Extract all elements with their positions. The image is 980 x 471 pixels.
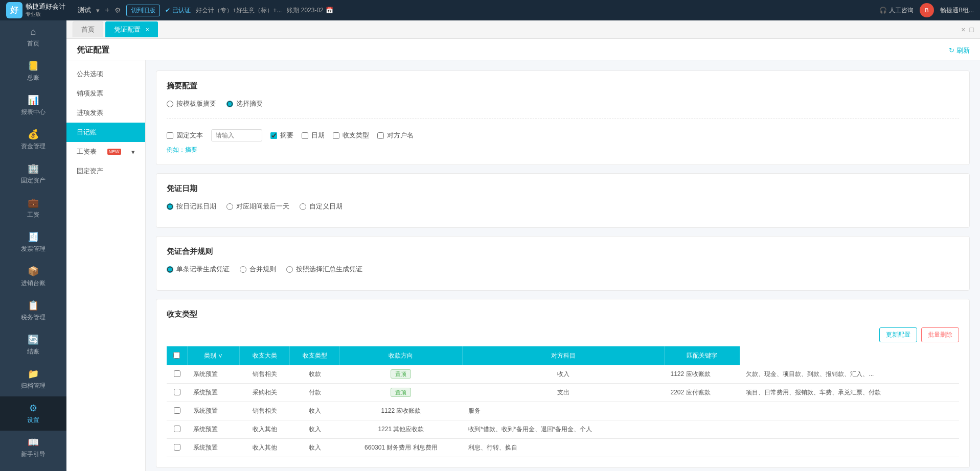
tab-actions: × □: [961, 26, 974, 34]
keywords-3: [665, 402, 740, 420]
user-name[interactable]: 畅捷通B组...: [940, 6, 974, 15]
sidebar-item-salary[interactable]: 💼 工资: [0, 191, 66, 225]
table-row: 系统预置 销售相关 收入 1122 应收账款 服务: [167, 402, 959, 420]
sidebar-item-settle[interactable]: 🔄 结账: [0, 328, 66, 362]
col-big-type: 收支大类: [240, 346, 290, 365]
income-type-title: 收支类型: [167, 310, 959, 319]
sidebar-item-archive[interactable]: 📁 归档管理: [0, 362, 66, 396]
sidebar-item-assets[interactable]: 🏢 固定资产: [0, 157, 66, 191]
sidebar-item-reports[interactable]: 📊 报表中心: [0, 88, 66, 123]
income-type-5: 收入: [290, 439, 340, 457]
menu-item-payroll[interactable]: 工资表 NEW ▾: [66, 142, 145, 161]
radio-summary-generate[interactable]: 按照选择汇总生成凭证: [286, 265, 362, 274]
example-text: 例如：摘要: [167, 146, 959, 154]
big-type-5: 收入其他: [240, 439, 290, 457]
voucher-date-radio-group: 按日记账日期 对应期间最后一天 自定义日期: [167, 202, 959, 211]
income-type-1: 收款: [290, 365, 340, 384]
menu-item-sales-invoice[interactable]: 销项发票: [66, 84, 145, 103]
income-type-section: 收支类型 更新配置 批量删除 类别: [156, 299, 970, 468]
row-checkbox-1[interactable]: [174, 370, 180, 377]
col-income-type: 收支类型: [290, 346, 340, 365]
radio-single-record[interactable]: 单条记录生成凭证: [167, 265, 230, 274]
sidebar-item-member[interactable]: 👑 畅会员: [0, 465, 66, 471]
update-config-button[interactable]: 更新配置: [879, 327, 917, 342]
refresh-button[interactable]: ↻ 刷新: [949, 46, 970, 55]
category-1: 系统预置: [187, 365, 240, 384]
row-checkbox-2[interactable]: [174, 389, 180, 395]
tax-icon: 📋: [28, 300, 39, 311]
sidebar-item-invoice[interactable]: 🧾 发票管理: [0, 225, 66, 260]
top-badge-2[interactable]: 置顶: [391, 388, 411, 397]
tab-bar: 首页 凭证配置 × × □: [66, 20, 980, 39]
tab-maximize-icon[interactable]: □: [970, 26, 974, 34]
table-row: 系统预置 收入其他 收入 1221 其他应收款 收到*借款、收到*备用金、退回*…: [167, 420, 959, 439]
voucher-date-title: 凭证日期: [167, 184, 959, 194]
category-2: 系统预置: [187, 384, 240, 402]
fixed-text-input[interactable]: [211, 129, 262, 142]
category-3: 系统预置: [187, 402, 240, 420]
radio-merge-rule[interactable]: 合并规则: [240, 265, 276, 274]
checkbox-fixed-text[interactable]: 固定文本: [167, 131, 203, 140]
summary-section-title: 摘要配置: [167, 81, 959, 91]
archive-icon: 📁: [28, 368, 39, 380]
sidebar-item-guide[interactable]: 📖 新手引导: [0, 431, 66, 465]
radio-custom-date[interactable]: 自定义日期: [300, 202, 343, 211]
sidebar-item-purchase[interactable]: 📦 进销台账: [0, 260, 66, 294]
row-checkbox-3[interactable]: [174, 407, 180, 414]
content-area: 首页 凭证配置 × × □ 凭证配置 ↻ 刷新 公共选项: [66, 20, 980, 471]
switch-version-button[interactable]: 切到旧版: [126, 5, 160, 16]
big-type-2: 采购相关: [240, 384, 290, 402]
sidebar-item-ledger[interactable]: 📒 总账: [0, 54, 66, 88]
service-button[interactable]: 🎧 人工咨询: [879, 6, 914, 15]
calendar-icon[interactable]: 📅: [326, 7, 333, 14]
funds-icon: 💰: [28, 129, 39, 140]
menu-item-purchase-invoice[interactable]: 进项发票: [66, 103, 145, 123]
checkbox-date[interactable]: 日期: [302, 131, 325, 140]
select-all-checkbox[interactable]: [173, 352, 180, 359]
logo: 好 畅捷通好会计 专业版: [6, 2, 73, 18]
company-name: 测试: [78, 6, 91, 15]
radio-select-summary[interactable]: 选择摘要: [226, 99, 263, 108]
sidebar-item-home[interactable]: ⌂ 首页: [0, 20, 66, 54]
avatar: B: [920, 3, 934, 17]
new-badge: NEW: [107, 149, 121, 155]
menu-item-public[interactable]: 公共选项: [66, 64, 145, 84]
sidebar: ⌂ 首页 📒 总账 📊 报表中心 💰 资金管理 🏢 固定资产 💼 工资 🧾 发票…: [0, 20, 66, 471]
direction-2: 支出: [462, 384, 664, 402]
sidebar-item-settings[interactable]: ⚙ 设置: [0, 396, 66, 431]
top-badge-1[interactable]: 置顶: [391, 369, 411, 379]
settings-gear-icon[interactable]: ⚙: [115, 6, 121, 14]
checkbox-summary[interactable]: 摘要: [270, 131, 293, 140]
merge-rule-section: 凭证合并规则 单条记录生成凭证 合并规则 按照选择汇总生成凭证: [156, 236, 970, 291]
radio-period-last-day[interactable]: 对应期间最后一天: [226, 202, 289, 211]
income-type-3: 收入: [290, 402, 340, 420]
category-4: 系统预置: [187, 420, 240, 439]
menu-item-journal[interactable]: 日记账: [66, 123, 145, 142]
cert-badge: ✔ 已认证: [165, 6, 191, 15]
account-3: 服务: [462, 402, 664, 420]
sidebar-item-tax[interactable]: 📋 税务管理: [0, 294, 66, 328]
radio-template-summary[interactable]: 按模板版摘要: [167, 99, 216, 108]
right-panel: 摘要配置 按模板版摘要 选择摘要: [146, 60, 980, 471]
row-checkbox-4[interactable]: [174, 426, 180, 432]
col-direction: 收款方向: [340, 346, 462, 365]
add-icon[interactable]: +: [105, 6, 109, 15]
tab-close-window-icon[interactable]: ×: [961, 26, 965, 34]
batch-delete-button[interactable]: 批量删除: [921, 327, 959, 342]
tab-close-icon[interactable]: ×: [146, 26, 149, 33]
tab-home[interactable]: 首页: [73, 21, 103, 37]
radio-journal-date[interactable]: 按日记账日期: [167, 202, 216, 211]
account-4: 收到*借款、收到*备用金、退回*备用金、个人: [462, 420, 664, 439]
category-5: 系统预置: [187, 439, 240, 457]
sidebar-item-funds[interactable]: 💰 资金管理: [0, 123, 66, 157]
reports-icon: 📊: [28, 95, 39, 106]
company-dropdown-icon[interactable]: ▾: [96, 7, 100, 14]
table-row: 系统预置 销售相关 收款 置顶 收入 1122 应收账款 欠款、现金、项目款、到…: [167, 365, 959, 384]
checkbox-type[interactable]: 收支类型: [333, 131, 369, 140]
account-5: 利息、行转、换自: [462, 439, 664, 457]
row-checkbox-5[interactable]: [174, 444, 180, 451]
menu-item-fixed-assets[interactable]: 固定资产: [66, 161, 145, 181]
tab-voucher-config[interactable]: 凭证配置 ×: [105, 21, 158, 37]
direction-4: 1221 其他应收款: [340, 420, 462, 439]
checkbox-counterparty[interactable]: 对方户名: [377, 131, 414, 140]
